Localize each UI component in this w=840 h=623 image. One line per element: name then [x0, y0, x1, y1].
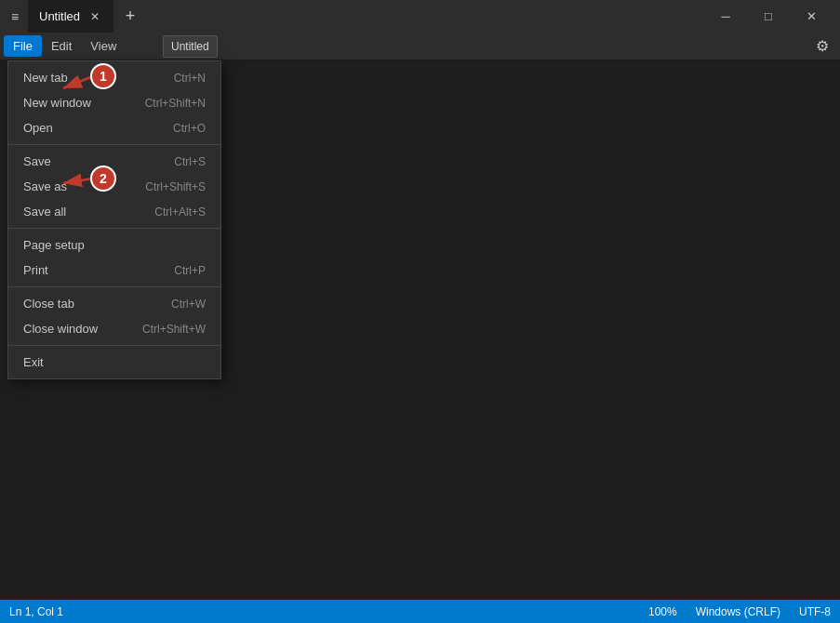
tab-close-button[interactable]: ✕	[87, 9, 102, 24]
title-bar: ≡ Untitled ✕ + ─ □ ✕	[0, 0, 840, 33]
menu-save-as-label: Save as	[23, 179, 67, 193]
separator-2	[8, 228, 220, 229]
cursor-position: Ln 1, Col 1	[9, 605, 63, 618]
menu-save-all-label: Save all	[23, 205, 66, 219]
menu-open[interactable]: Open Ctrl+O	[8, 115, 220, 140]
menu-edit[interactable]: Edit	[42, 35, 81, 57]
menu-print-shortcut: Ctrl+P	[174, 264, 206, 277]
tab-title: Untitled	[39, 9, 80, 23]
menu-new-tab-label: New tab	[23, 71, 68, 85]
active-tab[interactable]: Untitled ✕	[28, 0, 113, 33]
app-icon: ≡	[7, 9, 22, 24]
menu-print[interactable]: Print Ctrl+P	[8, 258, 220, 283]
menu-page-setup[interactable]: Page setup	[8, 232, 220, 258]
menu-view[interactable]: View	[81, 35, 126, 57]
menu-exit-label: Exit	[23, 355, 44, 369]
minimize-button[interactable]: ─	[704, 0, 747, 33]
menu-print-label: Print	[23, 263, 48, 277]
file-dropdown-menu: New tab Ctrl+N New window Ctrl+Shift+N O…	[7, 60, 221, 379]
menu-page-setup-label: Page setup	[23, 238, 85, 252]
menu-save-label: Save	[23, 154, 51, 168]
settings-icon[interactable]: ⚙	[808, 33, 836, 59]
encoding: UTF-8	[799, 605, 831, 618]
menu-close-tab-label: Close tab	[23, 297, 74, 311]
menu-close-window-shortcut: Ctrl+Shift+W	[142, 323, 206, 336]
menu-new-window-shortcut: Ctrl+Shift+N	[145, 97, 206, 110]
menu-close-window-label: Close window	[23, 322, 98, 336]
menu-new-window-label: New window	[23, 96, 91, 110]
menu-open-label: Open	[23, 121, 53, 135]
separator-1	[8, 144, 220, 145]
menu-open-shortcut: Ctrl+O	[173, 122, 206, 135]
restore-button[interactable]: □	[747, 0, 790, 33]
zoom-level: 100%	[648, 605, 677, 618]
menu-save-all-shortcut: Ctrl+Alt+S	[154, 205, 206, 219]
menu-save-all[interactable]: Save all Ctrl+Alt+S	[8, 199, 220, 224]
status-right: 100% Windows (CRLF) UTF-8	[648, 605, 831, 618]
menu-save-as-shortcut: Ctrl+Shift+S	[145, 180, 206, 193]
window-controls: ─ □ ✕	[704, 0, 833, 33]
menu-close-window[interactable]: Close window Ctrl+Shift+W	[8, 316, 220, 341]
menu-exit[interactable]: Exit	[8, 350, 220, 375]
menu-close-tab-shortcut: Ctrl+W	[171, 298, 206, 311]
menu-save-shortcut: Ctrl+S	[174, 155, 206, 168]
new-tab-button[interactable]: +	[117, 4, 143, 30]
status-bar: Ln 1, Col 1 100% Windows (CRLF) UTF-8	[0, 600, 840, 623]
tab-tooltip: Untitled	[163, 35, 218, 58]
menu-close-tab[interactable]: Close tab Ctrl+W	[8, 291, 220, 316]
separator-3	[8, 286, 220, 287]
close-button[interactable]: ✕	[790, 0, 833, 33]
menu-save[interactable]: Save Ctrl+S	[8, 149, 220, 174]
menu-new-tab-shortcut: Ctrl+N	[174, 72, 206, 85]
menu-save-as[interactable]: Save as Ctrl+Shift+S	[8, 174, 220, 199]
separator-4	[8, 345, 220, 346]
menu-new-tab[interactable]: New tab Ctrl+N	[8, 65, 220, 90]
menu-file[interactable]: File	[4, 35, 42, 57]
menu-bar: File Edit View ⚙	[0, 33, 840, 60]
menu-new-window[interactable]: New window Ctrl+Shift+N	[8, 90, 220, 115]
line-ending: Windows (CRLF)	[696, 605, 780, 618]
